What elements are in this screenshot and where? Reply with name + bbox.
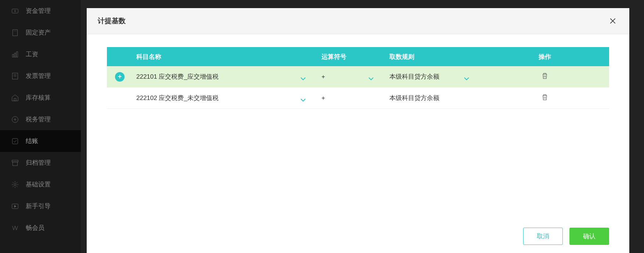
- building-icon: [11, 29, 19, 37]
- header-action: 操作: [481, 53, 609, 61]
- rule-cell[interactable]: 本级科目贷方余额: [385, 94, 481, 102]
- sidebar-item-label: 新手引导: [26, 202, 51, 210]
- operator-value: +: [321, 73, 325, 81]
- sidebar-item-closebook[interactable]: 结账: [0, 130, 81, 152]
- sidebar-item-label: 固定资产: [26, 28, 51, 37]
- table-row: 222102 应交税费_未交增值税 + 本级科目贷方余额: [107, 88, 609, 109]
- chevron-down-icon: [300, 75, 306, 79]
- svg-rect-2: [13, 29, 18, 36]
- table-header: 科目名称 运算符号 取数规则 操作: [107, 47, 609, 66]
- operator-value: +: [321, 95, 325, 101]
- svg-point-16: [14, 183, 16, 186]
- close-book-icon: [11, 137, 19, 145]
- cell-action: [481, 72, 609, 81]
- sidebar-item-money[interactable]: 资金管理: [0, 0, 81, 22]
- header-subject: 科目名称: [133, 53, 317, 61]
- subject-select[interactable]: 222101 应交税费_应交增值税: [133, 72, 317, 81]
- sidebar-item-assets[interactable]: 固定资产: [0, 22, 81, 43]
- sidebar-item-archive[interactable]: 归档管理: [0, 152, 81, 174]
- modal-body: 科目名称 运算符号 取数规则 操作 + 222101 应交税费_应交增值税: [87, 34, 629, 220]
- table: 科目名称 运算符号 取数规则 操作 + 222101 应交税费_应交增值税: [107, 47, 609, 109]
- sidebar: 资金管理 固定资产 工资 发票管理 库存核算 税务管理 结账: [0, 0, 81, 253]
- rule-select[interactable]: 本级科目贷方余额: [385, 72, 481, 81]
- money-icon: [11, 7, 19, 15]
- sidebar-item-label: 发票管理: [26, 72, 51, 80]
- warehouse-icon: [11, 94, 19, 102]
- sidebar-item-settings[interactable]: 基础设置: [0, 174, 81, 195]
- gear-icon: [11, 181, 19, 189]
- sidebar-item-invoice[interactable]: 发票管理: [0, 65, 81, 87]
- header-operator: 运算符号: [317, 53, 385, 61]
- modal-footer: 取消 确认: [87, 220, 629, 253]
- guide-icon: [11, 202, 19, 210]
- sidebar-item-label: 税务管理: [26, 115, 51, 124]
- sidebar-item-label: 畅会员: [26, 224, 44, 232]
- modal: 计提基数 科目名称 运算符号 取数规则 操作 + 222101 应交税费_应交增…: [87, 8, 629, 253]
- header-rule: 取数规则: [385, 53, 481, 61]
- sidebar-item-label: 结账: [26, 137, 38, 145]
- delete-icon[interactable]: [541, 72, 548, 79]
- chevron-down-icon: [300, 96, 306, 100]
- archive-icon: [11, 159, 19, 167]
- modal-title: 计提基数: [98, 16, 126, 26]
- chart-icon: [11, 50, 19, 58]
- svg-rect-5: [12, 54, 14, 57]
- svg-rect-14: [12, 160, 18, 162]
- svg-rect-7: [17, 51, 18, 57]
- tax-icon: [11, 115, 19, 124]
- sidebar-item-salary[interactable]: 工资: [0, 43, 81, 65]
- cell-add: +: [107, 72, 133, 82]
- cell-action: [481, 93, 609, 103]
- subject-value: 222101 应交税费_应交增值税: [136, 72, 219, 81]
- subject-value: 222102 应交税费_未交增值税: [136, 94, 219, 102]
- sidebar-item-guide[interactable]: 新手引导: [0, 195, 81, 217]
- sidebar-item-label: 库存核算: [26, 93, 51, 102]
- operator-cell[interactable]: +: [317, 95, 385, 102]
- svg-rect-11: [14, 98, 16, 100]
- subject-select[interactable]: 222102 应交税费_未交增值税: [133, 94, 317, 102]
- sidebar-item-vip[interactable]: 畅会员: [0, 217, 81, 239]
- cancel-button[interactable]: 取消: [523, 228, 563, 245]
- rule-value: 本级科目贷方余额: [389, 72, 439, 81]
- sidebar-item-label: 资金管理: [26, 7, 51, 15]
- chevron-down-icon: [464, 75, 469, 79]
- rule-value: 本级科目贷方余额: [389, 95, 439, 101]
- sidebar-item-label: 归档管理: [26, 158, 51, 167]
- sidebar-item-tax[interactable]: 税务管理: [0, 108, 81, 130]
- table-row: + 222101 应交税费_应交增值税 + 本级科目贷方余额: [107, 66, 609, 88]
- confirm-button[interactable]: 确认: [569, 228, 609, 245]
- operator-select[interactable]: +: [317, 73, 385, 81]
- svg-rect-6: [14, 53, 16, 57]
- sidebar-item-label: 基础设置: [26, 180, 51, 189]
- close-icon[interactable]: [607, 15, 618, 26]
- svg-rect-0: [12, 9, 18, 13]
- svg-rect-15: [13, 162, 18, 165]
- sidebar-item-inventory[interactable]: 库存核算: [0, 87, 81, 108]
- delete-icon[interactable]: [541, 93, 548, 101]
- invoice-icon: [11, 72, 19, 80]
- add-row-button[interactable]: +: [115, 72, 125, 82]
- svg-point-1: [14, 10, 16, 12]
- sidebar-item-label: 工资: [26, 50, 38, 58]
- modal-header: 计提基数: [87, 8, 629, 34]
- svg-rect-13: [12, 138, 18, 144]
- chevron-down-icon: [368, 75, 374, 79]
- vip-icon: [11, 224, 19, 232]
